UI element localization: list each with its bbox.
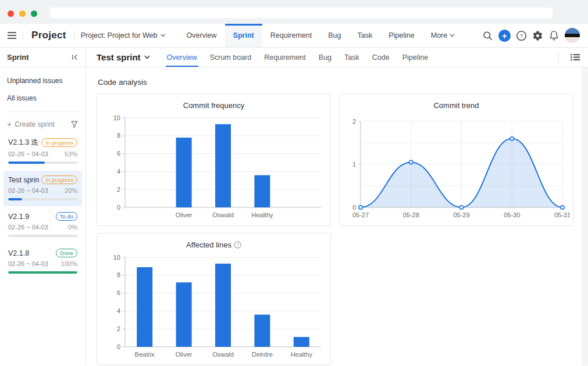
list-view-button[interactable] — [571, 53, 580, 61]
search-button[interactable] — [482, 30, 493, 41]
sprint-percent: 100% — [61, 260, 77, 267]
sprint-name: V2.1.9 — [8, 213, 29, 221]
nav-tab-bug[interactable]: Bug — [320, 24, 349, 47]
sprint-tab-pipeline[interactable]: Pipeline — [396, 48, 434, 67]
plus-icon: + — [7, 120, 12, 128]
nav-tab-requirement[interactable]: Requirement — [262, 24, 320, 47]
sprint-tab-bug[interactable]: Bug — [312, 48, 338, 67]
sprint-tab-scrum-board[interactable]: Scrum board — [204, 48, 258, 67]
help-icon: ? — [516, 30, 527, 41]
help-circle-icon[interactable]: ? — [234, 241, 241, 249]
sprint-tab-overview[interactable]: Overview — [161, 48, 204, 67]
minimize-window-icon[interactable] — [19, 10, 26, 17]
sprint-card-v213[interactable]: V2.1.3 迭代 In progress 02-26 ~ 04-03 53% — [3, 133, 82, 170]
app-header: Project Project: Project for Web Overvie… — [0, 24, 588, 48]
sprint-title-dropdown[interactable]: Test sprint — [97, 48, 150, 67]
nav-tab-sprint[interactable]: Sprint — [225, 24, 262, 47]
svg-text:Healthy: Healthy — [291, 351, 313, 358]
svg-text:1: 1 — [352, 161, 356, 168]
sprint-card-v218[interactable]: V2.1.8 Done 02-26 ~ 04-03 100% — [3, 244, 82, 279]
nav-tab-label: Requirement — [270, 31, 312, 40]
settings-button[interactable] — [532, 30, 543, 41]
sprint-tabs: Overview Scrum board Requirement Bug Tas… — [161, 48, 435, 67]
sprint-card-v219[interactable]: V2.1.9 To do 02-26 ~ 04-03 0% — [3, 207, 82, 243]
sprint-list: V2.1.3 迭代 In progress 02-26 ~ 04-03 53% … — [0, 133, 85, 279]
filter-sprints-button[interactable] — [70, 120, 79, 128]
svg-text:6: 6 — [117, 150, 120, 157]
svg-text:Oswald: Oswald — [212, 351, 234, 358]
status-badge: To do — [56, 212, 77, 221]
sidebar-item-all-issues[interactable]: All issues — [0, 89, 85, 107]
sprint-tab-requirement[interactable]: Requirement — [258, 48, 312, 67]
nav-tab-task[interactable]: Task — [350, 24, 381, 47]
affected-lines-card: Affected lines ? 0246810BeatrixOliverOsw… — [97, 233, 331, 365]
nav-tab-overview[interactable]: Overview — [179, 24, 225, 47]
sprint-tab-task[interactable]: Task — [338, 48, 366, 67]
affected-lines-chart: 0246810BeatrixOliverOswaldDeirdreHealthy — [102, 250, 327, 362]
progress-bar — [8, 271, 77, 274]
svg-text:8: 8 — [117, 271, 120, 278]
scrollbar-track[interactable] — [582, 67, 588, 365]
project-selector-label: Project: Project for Web — [81, 31, 158, 40]
svg-text:8: 8 — [117, 132, 120, 139]
sprint-toolbar: Test sprint Overview Scrum board Require… — [86, 48, 588, 67]
browser-title-bar — [0, 0, 588, 24]
gear-icon — [532, 30, 543, 41]
close-window-icon[interactable] — [8, 10, 14, 17]
svg-text:6: 6 — [117, 289, 120, 296]
svg-text:05-27: 05-27 — [352, 211, 369, 218]
svg-text:0: 0 — [117, 204, 120, 211]
svg-text:Oswald: Oswald — [212, 211, 234, 218]
create-sprint-button[interactable]: + Create sprint — [7, 120, 55, 128]
divider — [558, 53, 559, 62]
commit-frequency-card: Commit frequency 0246810OliverOswaldHeal… — [97, 94, 331, 226]
sprint-dates: 02-26 ~ 04-03 — [8, 150, 48, 157]
create-new-button[interactable]: + — [498, 30, 511, 42]
svg-text:10: 10 — [113, 254, 120, 261]
app-logo: Project — [29, 30, 69, 41]
sidebar-item-unplanned-issues[interactable]: Unplanned issues — [0, 72, 85, 89]
svg-text:?: ? — [236, 242, 238, 247]
sprint-tab-code[interactable]: Code — [366, 48, 396, 67]
svg-text:4: 4 — [117, 168, 120, 175]
chevron-down-icon — [144, 55, 150, 59]
bell-icon — [548, 30, 560, 41]
collapse-sidebar-button[interactable] — [71, 53, 79, 61]
divider — [7, 112, 79, 112]
sprint-card-test-sprint[interactable]: Test sprint In progress 02-26 ~ 04-03 20… — [3, 171, 82, 206]
progress-bar — [8, 162, 77, 164]
maximize-window-icon[interactable] — [31, 10, 37, 17]
svg-text:05-28: 05-28 — [403, 211, 419, 218]
hamburger-menu-button[interactable] — [7, 31, 17, 40]
header-nav: Overview Sprint Requirement Bug Task Pip… — [179, 24, 464, 47]
sprint-dates: 02-26 ~ 04-03 — [8, 187, 48, 194]
commit-trend-chart: 01205-2705-2805-2905-3005-31 — [344, 111, 569, 223]
address-bar[interactable] — [50, 8, 553, 18]
sprint-title: Test sprint — [97, 52, 141, 62]
progress-bar — [8, 198, 77, 200]
user-avatar[interactable] — [565, 28, 580, 43]
sprint-name: V2.1.3 迭代 — [8, 138, 39, 148]
nav-tab-more[interactable]: More — [423, 24, 463, 47]
svg-text:Healthy: Healthy — [251, 211, 273, 218]
chart-title: Affected lines — [186, 241, 231, 249]
svg-text:4: 4 — [117, 307, 120, 314]
nav-tab-label: Pipeline — [389, 31, 414, 40]
svg-text:05-31: 05-31 — [554, 211, 569, 218]
svg-text:2: 2 — [117, 325, 120, 332]
progress-bar — [8, 235, 77, 237]
notifications-button[interactable] — [548, 30, 560, 41]
divider — [23, 31, 23, 40]
sprint-percent: 0% — [68, 224, 77, 231]
nav-tab-pipeline[interactable]: Pipeline — [380, 24, 422, 47]
commit-frequency-chart: 0246810OliverOswaldHealthy — [102, 111, 327, 223]
sprint-percent: 53% — [65, 150, 77, 157]
nav-tab-label: Task — [358, 31, 373, 40]
sprint-percent: 20% — [65, 187, 77, 194]
detail-list-icon — [571, 53, 580, 61]
svg-text:Beatrix: Beatrix — [135, 351, 155, 358]
help-button[interactable]: ? — [516, 30, 527, 41]
svg-text:05-30: 05-30 — [504, 211, 520, 218]
status-badge: Done — [56, 249, 77, 257]
project-selector[interactable]: Project: Project for Web — [81, 31, 166, 40]
